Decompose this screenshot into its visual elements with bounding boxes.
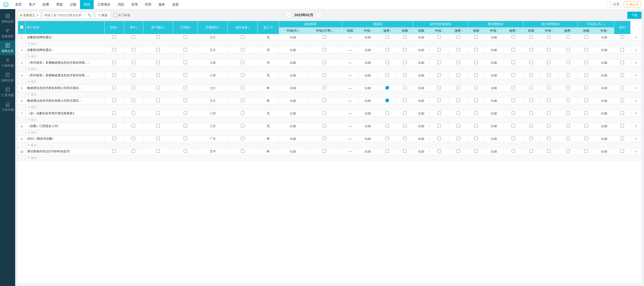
data-table-wrap[interactable]: 客户名称 抄税▾ 清卡▾ 客户确认▾ 已完税▾ 所属地区▾ 税控设备▾ 收入 C… <box>18 21 641 283</box>
edu-declare-checkbox[interactable] <box>512 86 515 90</box>
confirm-checkbox[interactable] <box>156 73 160 77</box>
nav-home[interactable]: 首页 <box>12 0 25 9</box>
device-checkbox[interactable] <box>241 48 244 51</box>
nav-message[interactable]: 消息 <box>114 0 128 9</box>
edit-icon[interactable]: ✎ <box>634 74 637 78</box>
fullscreen-button[interactable]: ⛶ 全屏 <box>607 2 622 7</box>
annual-checkbox[interactable] <box>323 124 326 128</box>
note-edit-icon[interactable]: ✎ <box>28 118 30 121</box>
city-declare-checkbox[interactable] <box>457 111 460 115</box>
annual-checkbox[interactable] <box>323 73 326 77</box>
nav-operate[interactable]: 经营 <box>141 0 155 9</box>
city-amount-checkbox[interactable] <box>437 61 441 64</box>
sidebar-item-batch-tax[interactable]: 批量报税 <box>0 26 15 41</box>
paid-checkbox[interactable] <box>184 61 187 64</box>
vat-pay-checkbox[interactable] <box>403 86 407 90</box>
download-button[interactable]: 下载 <box>627 12 641 19</box>
local-edu-declare-checkbox[interactable] <box>567 99 570 102</box>
edu-declare-checkbox[interactable] <box>512 35 515 39</box>
copy-tax-checkbox[interactable] <box>112 73 116 77</box>
confirm-checkbox[interactable] <box>156 48 160 51</box>
sidebar-item-annual-clear[interactable]: 汇算清缴 <box>0 85 15 99</box>
city-declare-checkbox[interactable] <box>457 124 460 128</box>
annual-checkbox[interactable] <box>323 111 326 115</box>
confirm-checkbox[interactable] <box>156 86 160 90</box>
edu-declare-checkbox[interactable] <box>512 99 515 102</box>
paid-checkbox[interactable] <box>184 111 187 115</box>
city-amount-checkbox[interactable] <box>437 48 441 51</box>
nav-commerce[interactable]: 工商项目 <box>94 0 114 9</box>
copy-tax-checkbox[interactable] <box>112 137 116 140</box>
vat-pay-checkbox[interactable] <box>403 149 407 153</box>
copy-tax-checkbox[interactable] <box>112 48 116 51</box>
edu-declare-checkbox[interactable] <box>512 124 515 128</box>
local-edu-amount-checkbox[interactable] <box>547 149 551 153</box>
local-edu-pay-checkbox[interactable] <box>584 35 588 39</box>
local-edu-declare-checkbox[interactable] <box>567 86 570 90</box>
nav-settings[interactable]: 设置 <box>169 0 182 9</box>
confirm-checkbox[interactable] <box>156 137 160 140</box>
city-amount-checkbox[interactable] <box>437 111 441 115</box>
device-checkbox[interactable] <box>241 35 244 39</box>
local-edu-amount-checkbox[interactable] <box>547 124 551 128</box>
copy-tax-checkbox[interactable] <box>112 86 116 90</box>
edu-pay-checkbox[interactable] <box>529 35 533 39</box>
city-pay-checkbox[interactable] <box>474 48 478 51</box>
local-edu-pay-checkbox[interactable] <box>584 149 588 153</box>
city-pay-checkbox[interactable] <box>474 86 478 90</box>
local-edu-pay-checkbox[interactable] <box>584 99 588 102</box>
city-pay-checkbox[interactable] <box>474 124 478 128</box>
city-amount-checkbox[interactable] <box>437 99 441 102</box>
tag-label-btn[interactable]: 名下标签 <box>112 12 132 19</box>
sidebar-item-tax-overview[interactable]: 报税总览 <box>0 41 15 55</box>
copy-tax-checkbox[interactable] <box>112 111 116 115</box>
nav-billing[interactable]: 收费 <box>39 0 53 9</box>
paid-checkbox[interactable] <box>184 35 187 39</box>
local-edu-pay-checkbox[interactable] <box>584 124 588 128</box>
vat-pay-checkbox[interactable] <box>403 73 407 77</box>
vat-pay-checkbox[interactable] <box>403 99 407 102</box>
local-edu-declare-checkbox[interactable] <box>567 137 570 140</box>
vat-declare-checkbox[interactable] <box>385 124 389 128</box>
stamp-declare-checkbox[interactable] <box>620 124 624 128</box>
edu-declare-checkbox[interactable] <box>512 137 515 140</box>
stamp-declare-checkbox[interactable] <box>620 99 624 102</box>
annual-checkbox[interactable] <box>323 35 326 39</box>
vat-declare-checkbox[interactable] <box>385 99 389 102</box>
city-amount-checkbox[interactable] <box>437 137 441 140</box>
local-edu-amount-checkbox[interactable] <box>547 111 551 115</box>
local-edu-amount-checkbox[interactable] <box>547 48 551 51</box>
vat-declare-checkbox[interactable] <box>385 137 389 140</box>
edu-pay-checkbox[interactable] <box>529 48 533 51</box>
edu-pay-checkbox[interactable] <box>529 124 533 128</box>
search-input[interactable] <box>44 13 88 17</box>
nav-invoice[interactable]: 票据 <box>53 0 66 9</box>
local-edu-amount-checkbox[interactable] <box>547 61 551 64</box>
vat-pay-checkbox[interactable] <box>403 111 407 115</box>
device-checkbox[interactable] <box>241 99 244 102</box>
city-pay-checkbox[interactable] <box>474 99 478 102</box>
local-edu-amount-checkbox[interactable] <box>547 137 551 140</box>
clear-card-checkbox[interactable] <box>132 86 135 90</box>
nav-manage[interactable]: 管理 <box>128 0 141 9</box>
city-pay-checkbox[interactable] <box>474 111 478 115</box>
clear-card-checkbox[interactable] <box>132 149 135 153</box>
city-declare-checkbox[interactable] <box>457 149 460 153</box>
city-declare-checkbox[interactable] <box>457 61 460 64</box>
device-checkbox[interactable] <box>241 137 244 140</box>
edu-declare-checkbox[interactable] <box>512 111 515 115</box>
city-pay-checkbox[interactable] <box>474 73 478 77</box>
copy-tax-checkbox[interactable] <box>112 124 116 128</box>
stamp-declare-checkbox[interactable] <box>620 61 624 64</box>
edit-icon[interactable]: ✎ <box>634 48 637 52</box>
edu-declare-checkbox[interactable] <box>512 149 515 153</box>
device-checkbox[interactable] <box>241 111 244 115</box>
stamp-declare-checkbox[interactable] <box>620 48 624 51</box>
city-pay-checkbox[interactable] <box>474 137 478 140</box>
annual-checkbox[interactable] <box>323 48 326 51</box>
local-edu-declare-checkbox[interactable] <box>567 35 570 39</box>
local-edu-amount-checkbox[interactable] <box>547 86 551 90</box>
city-pay-checkbox[interactable] <box>474 149 478 153</box>
local-edu-declare-checkbox[interactable] <box>567 61 570 64</box>
copy-tax-checkbox[interactable] <box>112 99 116 102</box>
